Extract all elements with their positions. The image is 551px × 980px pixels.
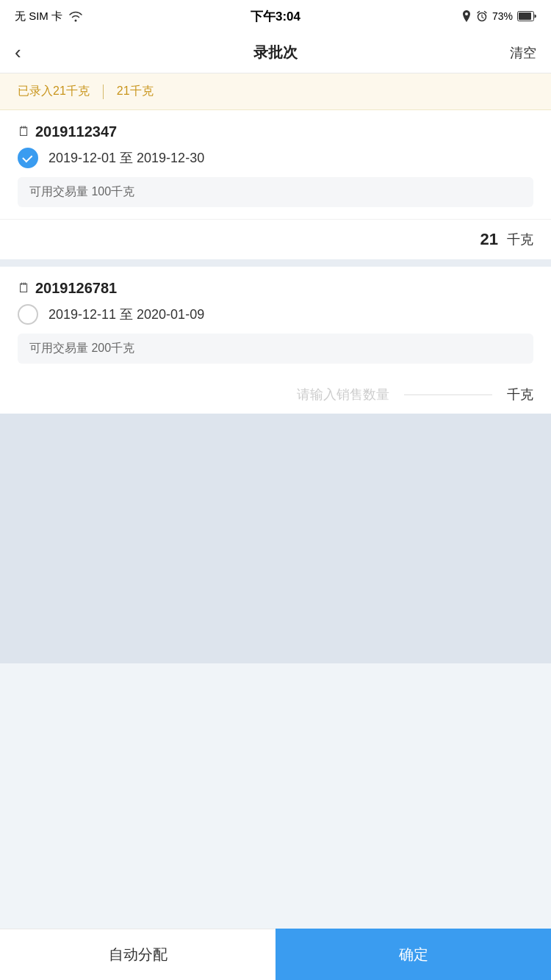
status-right: 73%: [461, 10, 536, 22]
batch-id-1: 2019112347: [35, 123, 117, 140]
location-icon: [461, 10, 472, 22]
input-unit-2: 千克: [507, 386, 533, 403]
batch-item-1: 🗒 2019112347 2019-12-01 至 2019-12-30 可用交…: [0, 110, 551, 259]
amount-text: 21千克: [117, 84, 154, 99]
input-placeholder-2: 请输入销售数量: [297, 386, 389, 403]
section-divider: [0, 259, 551, 267]
grey-area: [0, 414, 551, 663]
batch-date-1: 2019-12-01 至 2019-12-30: [48, 149, 204, 167]
recorded-text: 已录入21千克: [18, 84, 90, 99]
svg-rect-2: [519, 12, 531, 20]
battery-icon: [517, 11, 536, 21]
amount-unit-1: 千克: [507, 231, 533, 248]
status-time: 下午3:04: [251, 8, 300, 25]
radio-2[interactable]: [18, 304, 38, 325]
radio-1[interactable]: [18, 148, 38, 168]
batch-item-2: 🗒 2019126781 2019-12-11 至 2020-01-09 可用交…: [0, 267, 551, 414]
batch-id-2: 2019126781: [35, 280, 117, 297]
page-title: 录批次: [253, 43, 298, 62]
back-button[interactable]: ‹: [15, 41, 21, 64]
auto-distribute-button[interactable]: 自动分配: [0, 929, 276, 980]
doc-icon-2: 🗒: [18, 281, 31, 296]
status-left: 无 SIM 卡: [15, 10, 83, 24]
info-banner: 已录入21千克 21千克: [0, 73, 551, 110]
carrier-text: 无 SIM 卡: [15, 10, 62, 24]
alarm-icon: [476, 10, 488, 22]
amount-value-1: 21: [480, 230, 498, 249]
nav-bar: ‹ 录批次 清空: [0, 32, 551, 73]
batch-avail-2: 可用交易量 200千克: [18, 334, 533, 364]
wifi-icon: [68, 10, 83, 22]
input-row-2: 请输入销售数量 千克: [0, 375, 551, 414]
bottom-bar: 自动分配 确定: [0, 929, 551, 980]
clear-button[interactable]: 清空: [510, 44, 536, 62]
status-bar: 无 SIM 卡 下午3:04 73%: [0, 0, 551, 32]
batch-date-2: 2019-12-11 至 2020-01-09: [48, 306, 204, 323]
doc-icon-1: 🗒: [18, 124, 31, 140]
battery-text: 73%: [492, 10, 513, 22]
batch-avail-1: 可用交易量 100千克: [18, 177, 533, 207]
confirm-button[interactable]: 确定: [276, 929, 551, 980]
amount-row-1: 21 千克: [0, 219, 551, 259]
banner-divider: [103, 84, 104, 99]
